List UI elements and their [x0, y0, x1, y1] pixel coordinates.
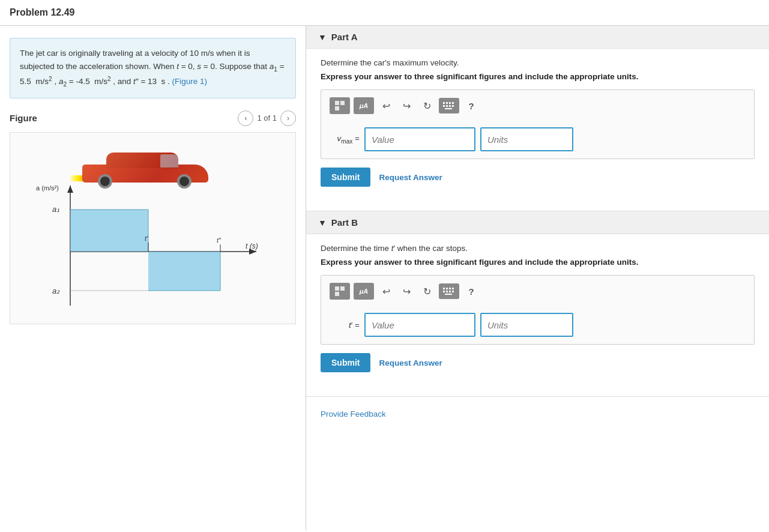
- part-a-toolbar: μΑ ↩ ↪ ↻: [330, 97, 746, 120]
- part-a-redo-button[interactable]: ↪: [398, 97, 415, 114]
- part-b-answer-box: μΑ ↩ ↪ ↻: [321, 275, 755, 345]
- part-b-content: Determine the time t′ when the car stops…: [306, 234, 769, 382]
- main-layout: The jet car is originally traveling at a…: [0, 26, 769, 530]
- part-b-collapse-arrow[interactable]: ▼: [318, 218, 327, 228]
- part-a-value-input[interactable]: [364, 127, 475, 151]
- svg-rect-21: [335, 106, 339, 110]
- svg-text:t″: t″: [217, 237, 222, 244]
- part-b-input-label: t′ =: [330, 321, 360, 330]
- part-a-units-input[interactable]: [480, 127, 573, 151]
- part-b-request-answer-link[interactable]: Request Answer: [379, 358, 442, 367]
- part-a-header: ▼ Part A: [306, 26, 769, 49]
- svg-rect-22: [443, 102, 445, 104]
- part-a-collapse-arrow[interactable]: ▼: [318, 32, 327, 42]
- figure-title: Figure: [10, 113, 37, 123]
- part-b-undo-button[interactable]: ↩: [378, 283, 394, 300]
- left-panel: The jet car is originally traveling at a…: [0, 26, 306, 530]
- part-a-description: Determine the car's maximum velocity.: [321, 58, 755, 67]
- svg-rect-40: [449, 291, 451, 292]
- part-b-value-input[interactable]: [364, 313, 475, 337]
- svg-rect-4: [70, 210, 148, 252]
- page-title: Problem 12.49: [0, 0, 769, 26]
- provide-feedback-link[interactable]: Provide Feedback: [321, 410, 386, 419]
- part-a-grid-button[interactable]: [330, 97, 350, 114]
- part-a-instruction: Express your answer to three significant…: [321, 72, 755, 81]
- svg-text:a (m/s²): a (m/s²): [36, 184, 59, 192]
- svg-rect-38: [443, 291, 445, 292]
- svg-rect-35: [446, 288, 448, 289]
- part-b-keyboard-button[interactable]: [439, 283, 459, 299]
- part-a-help-button[interactable]: ?: [463, 97, 480, 114]
- part-a-input-row: vmax =: [330, 127, 746, 151]
- svg-rect-37: [452, 288, 454, 289]
- svg-rect-42: [445, 294, 452, 295]
- part-a-undo-button[interactable]: ↩: [378, 97, 394, 114]
- part-a-content: Determine the car's maximum velocity. Ex…: [306, 49, 769, 196]
- figure-prev-button[interactable]: ‹: [238, 110, 253, 126]
- part-a-title: Part A: [331, 32, 358, 42]
- part-b-title: Part B: [331, 217, 358, 228]
- part-b-toolbar: μΑ ↩ ↪ ↻: [330, 283, 746, 306]
- part-b-grid-button[interactable]: [330, 283, 350, 300]
- part-b-help-button[interactable]: ?: [463, 283, 480, 300]
- part-b-mu-button[interactable]: μΑ: [354, 283, 374, 300]
- svg-rect-28: [449, 105, 451, 107]
- part-a-input-label: vmax =: [330, 134, 360, 145]
- part-b-header: ▼ Part B: [306, 211, 769, 234]
- graph-container: a₁ a₂ t′ t″ t (s) a (m/s²): [10, 132, 296, 324]
- figure-nav: ‹ 1 of 1 ›: [238, 110, 296, 126]
- svg-rect-19: [335, 101, 339, 105]
- part-a-refresh-button[interactable]: ↻: [418, 97, 435, 114]
- svg-rect-24: [449, 102, 451, 104]
- svg-rect-31: [335, 286, 339, 291]
- part-a-section: ▼ Part A Determine the car's maximum vel…: [306, 26, 769, 211]
- part-b-instruction: Express your answer to three significant…: [321, 258, 755, 267]
- problem-text: The jet car is originally traveling at a…: [20, 49, 285, 86]
- svg-rect-39: [446, 291, 448, 292]
- part-a-answer-box: μΑ ↩ ↪ ↻: [321, 89, 755, 159]
- svg-rect-25: [452, 102, 454, 104]
- part-b-submit-button[interactable]: Submit: [321, 353, 370, 372]
- part-b-refresh-button[interactable]: ↻: [418, 283, 435, 300]
- figure-next-button[interactable]: ›: [280, 110, 296, 126]
- part-b-action-row: Submit Request Answer: [321, 353, 755, 372]
- svg-text:a₂: a₂: [52, 286, 60, 295]
- part-b-description: Determine the time t′ when the car stops…: [321, 244, 755, 253]
- part-a-action-row: Submit Request Answer: [321, 168, 755, 187]
- part-a-mu-button[interactable]: μΑ: [354, 97, 374, 114]
- figure-section: Figure ‹ 1 of 1 ›: [0, 110, 306, 324]
- svg-rect-34: [443, 288, 445, 289]
- svg-rect-32: [340, 286, 345, 291]
- acceleration-chart: a₁ a₂ t′ t″ t (s) a (m/s²): [34, 180, 262, 312]
- svg-rect-29: [452, 105, 454, 107]
- part-a-request-answer-link[interactable]: Request Answer: [379, 173, 442, 182]
- svg-rect-36: [449, 288, 451, 289]
- problem-text-box: The jet car is originally traveling at a…: [10, 38, 296, 98]
- svg-rect-33: [335, 292, 339, 296]
- svg-rect-26: [443, 105, 445, 107]
- svg-rect-23: [446, 102, 448, 104]
- right-panel: ▼ Part A Determine the car's maximum vel…: [306, 26, 769, 530]
- figure-link[interactable]: (Figure 1): [172, 77, 208, 86]
- svg-rect-27: [446, 105, 448, 107]
- part-a-keyboard-button[interactable]: [439, 98, 459, 113]
- part-b-units-input[interactable]: [480, 313, 573, 337]
- svg-rect-41: [452, 291, 454, 292]
- part-b-section: ▼ Part B Determine the time t′ when the …: [306, 211, 769, 397]
- part-b-input-row: t′ =: [330, 313, 746, 337]
- feedback-section: Provide Feedback: [306, 397, 769, 431]
- figure-header: Figure ‹ 1 of 1 ›: [10, 110, 296, 126]
- windshield: [160, 154, 178, 168]
- svg-marker-2: [67, 186, 73, 193]
- svg-rect-20: [340, 101, 345, 105]
- figure-counter: 1 of 1: [257, 113, 277, 122]
- part-b-redo-button[interactable]: ↪: [398, 283, 415, 300]
- part-a-submit-button[interactable]: Submit: [321, 168, 370, 187]
- svg-rect-7: [148, 252, 220, 291]
- svg-rect-30: [445, 108, 452, 109]
- svg-text:a₁: a₁: [52, 205, 59, 214]
- svg-text:t (s): t (s): [246, 242, 258, 250]
